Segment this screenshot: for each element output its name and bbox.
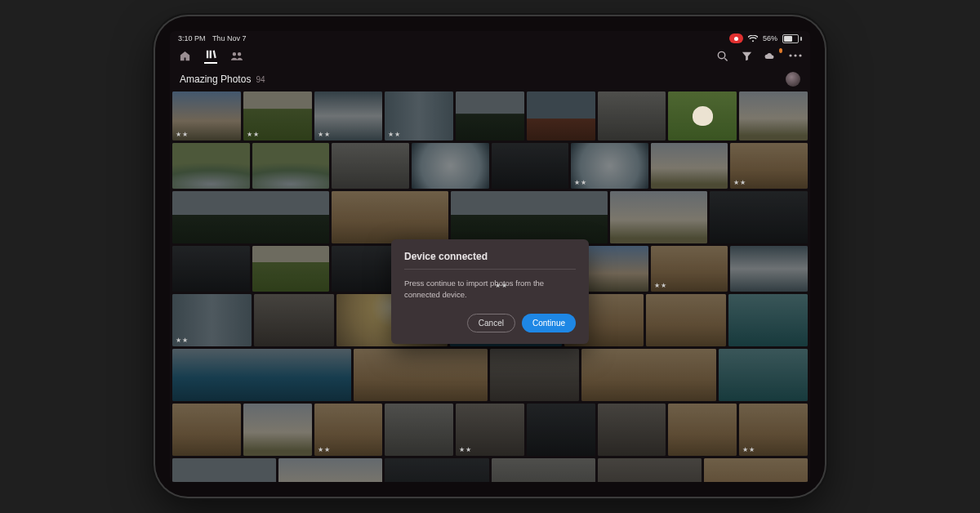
modal-backdrop: Device connected Press continue to impor… [170,91,810,482]
avatar[interactable] [786,72,800,87]
home-tab-icon[interactable] [178,49,191,62]
svg-point-3 [799,54,801,56]
svg-point-1 [789,54,791,56]
status-time: 3:10 PM [178,34,206,42]
library-tab-icon[interactable] [204,47,217,64]
battery-icon [782,34,802,43]
wifi-icon [748,35,758,42]
dialog-body: Press continue to import photos from the… [404,278,576,301]
search-icon[interactable] [715,49,728,62]
svg-point-0 [718,51,724,58]
nav-bar [170,44,810,69]
photo-grid[interactable]: ★★ ★★ ★★ ★★ [170,91,810,482]
more-icon[interactable] [789,49,802,62]
ipad-frame: 3:10 PM Thu Nov 7 56% [155,16,825,497]
continue-button[interactable]: Continue [522,314,576,332]
filter-icon[interactable] [740,49,753,62]
app-screen: 3:10 PM Thu Nov 7 56% [170,31,810,482]
album-header: Amazing Photos 94 [170,69,810,91]
battery-pct: 56% [763,34,777,42]
cancel-button[interactable]: Cancel [467,314,515,332]
shared-tab-icon[interactable] [230,49,243,62]
dialog-title: Device connected [404,251,576,270]
screen-recording-pill[interactable] [729,33,743,43]
album-title: Amazing Photos [180,74,251,85]
svg-point-2 [794,54,796,56]
cloud-sync-icon[interactable] [764,49,777,62]
status-date: Thu Nov 7 [212,34,247,42]
status-bar: 3:10 PM Thu Nov 7 56% [170,31,810,44]
album-count: 94 [256,75,265,84]
device-connected-dialog: Device connected Press continue to impor… [391,239,589,344]
